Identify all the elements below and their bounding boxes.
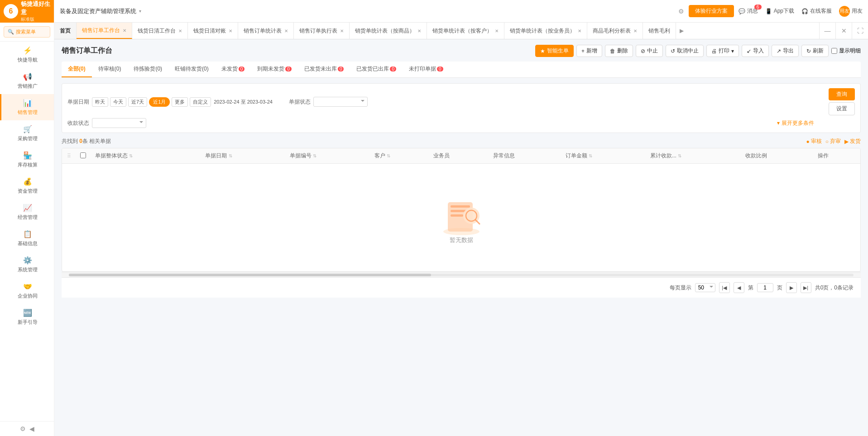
show-detail-checkbox-label[interactable]: 显示明细 bbox=[831, 47, 861, 55]
scroll-track bbox=[69, 274, 854, 276]
tab-close-cash-daily[interactable]: ✕ bbox=[178, 28, 182, 33]
tab-close-sales-workbench[interactable]: ✕ bbox=[123, 28, 126, 33]
smart-create-button[interactable]: ★ 智能生单 bbox=[535, 45, 574, 57]
filter-tab-overdue-not-shipped[interactable]: 到期未发货0 bbox=[251, 62, 298, 77]
print-button[interactable]: 🖨 打印 ▾ bbox=[706, 45, 739, 57]
expand-more-button[interactable]: ▾ 展开更多条件 bbox=[777, 119, 814, 127]
sidebar-logo: 6 畅捷通好生意 标准版 bbox=[0, 0, 54, 23]
sidebar-item-marketing[interactable]: 📢 营销推广 bbox=[0, 68, 54, 94]
filter-tab-shipped-not-in[interactable]: 已发货未出库0 bbox=[298, 62, 350, 77]
tab-close-gross-profit[interactable]: ✕ bbox=[633, 28, 637, 33]
tab-home[interactable]: 首页 bbox=[54, 23, 77, 39]
sidebar-item-sales[interactable]: 📊 销售管理 bbox=[0, 94, 54, 120]
export-button[interactable]: ↗ 导出 bbox=[772, 45, 799, 57]
app-download-button[interactable]: 📱 App下载 bbox=[765, 7, 794, 15]
tab-sales-more[interactable]: 销售毛利 bbox=[643, 23, 676, 39]
settings-bottom-button[interactable]: ⚙ bbox=[20, 425, 26, 432]
sort-number-icon[interactable]: ⇅ bbox=[313, 153, 317, 158]
new-button[interactable]: + 新增 bbox=[576, 45, 602, 57]
empty-text: 暂无数据 bbox=[450, 236, 473, 244]
tab-cash-daily[interactable]: 钱货日清工作台 ✕ bbox=[132, 23, 188, 39]
payment-row: 收款状态 ▾ 展开更多条件 bbox=[67, 118, 855, 128]
topbar-gear-button[interactable]: ⚙ bbox=[678, 8, 684, 15]
scroll-thumb[interactable] bbox=[69, 274, 431, 276]
tab-maximize-button[interactable]: ⛶ bbox=[852, 23, 868, 39]
cancel-stop-button[interactable]: ↺ 取消中止 bbox=[666, 45, 704, 57]
date-more-btn[interactable]: 更多 bbox=[172, 97, 188, 107]
tab-close-sales-by-customer[interactable]: ✕ bbox=[495, 28, 499, 33]
user-profile-button[interactable]: 用友 用友 bbox=[839, 6, 863, 17]
payment-select[interactable] bbox=[92, 118, 146, 128]
filter-tab-shipped-in[interactable]: 已发货已出库0 bbox=[350, 62, 403, 77]
tab-close-sales-exec[interactable]: ✕ bbox=[340, 28, 344, 33]
col-checkbox[interactable] bbox=[76, 148, 91, 164]
filter-tab-not-shipped[interactable]: 未发货0 bbox=[215, 62, 251, 77]
tab-cash-reconcile[interactable]: 钱货日清对账 ✕ bbox=[188, 23, 238, 39]
tab-close-all-button[interactable]: ✕ bbox=[835, 23, 852, 39]
tab-close-sales-stat[interactable]: ✕ bbox=[284, 28, 288, 33]
batch-ship-button[interactable]: ▶ 发货 bbox=[844, 137, 861, 145]
tab-minimize-button[interactable]: — bbox=[819, 23, 835, 39]
tab-close-cash-reconcile[interactable]: ✕ bbox=[229, 28, 232, 33]
sidebar-item-quicknav[interactable]: ⚡ 快捷导航 bbox=[0, 42, 54, 68]
date-7days-btn[interactable]: 近7天 bbox=[128, 97, 147, 107]
sort-status-icon[interactable]: ⇅ bbox=[129, 153, 133, 158]
sidebar-item-guide[interactable]: 🆕 新手引导 bbox=[0, 304, 54, 330]
delete-button[interactable]: 🗑 删除 bbox=[605, 45, 633, 57]
online-service-button[interactable]: 🎧 在线客服 bbox=[801, 7, 832, 15]
horizontal-scrollbar[interactable] bbox=[62, 272, 861, 277]
tab-sales-by-salesman[interactable]: 销货单统计表（按业务员） ✕ bbox=[504, 23, 587, 39]
tab-gross-profit[interactable]: 商品毛利分析表 ✕ bbox=[587, 23, 643, 39]
filter-tab-pending-review[interactable]: 待审核(0) bbox=[92, 62, 128, 77]
batch-review-button[interactable]: ● 审核 bbox=[806, 137, 822, 145]
table-batch-ops: ● 审核 ○ 弃审 ▶ 发货 bbox=[806, 137, 861, 145]
stop-button[interactable]: ⊘ 中止 bbox=[636, 45, 663, 57]
first-page-button[interactable]: |◀ bbox=[719, 282, 730, 293]
date-yesterday-btn[interactable]: 昨天 bbox=[92, 97, 108, 107]
date-custom-btn[interactable]: 自定义 bbox=[190, 97, 211, 107]
tab-sales-workbench[interactable]: 销售订单工作台 ✕ bbox=[77, 23, 132, 39]
sort-date-icon[interactable]: ⇅ bbox=[229, 153, 232, 158]
tab-close-sales-by-product[interactable]: ✕ bbox=[417, 28, 421, 33]
page-size-select[interactable]: 50 100 200 bbox=[695, 283, 715, 292]
date-today-btn[interactable]: 今天 bbox=[110, 97, 126, 107]
experience-plan-button[interactable]: 体验行业方案 bbox=[689, 5, 734, 17]
next-page-button[interactable]: ▶ bbox=[786, 282, 797, 293]
sidebar-item-system[interactable]: ⚙️ 系统管理 bbox=[0, 251, 54, 278]
sort-customer-icon[interactable]: ⇅ bbox=[387, 153, 390, 158]
filter-tab-all[interactable]: 全部(0) bbox=[62, 62, 92, 77]
sidebar-item-finance[interactable]: 💰 资金管理 bbox=[0, 173, 54, 199]
batch-cancel-review-button[interactable]: ○ 弃审 bbox=[825, 137, 841, 145]
message-button[interactable]: 💬 消息 6 bbox=[739, 7, 758, 15]
collapse-sidebar-button[interactable]: ◀ bbox=[29, 425, 34, 432]
query-button[interactable]: 查询 bbox=[829, 88, 855, 100]
sidebar-item-basic[interactable]: 📋 基础信息 bbox=[0, 225, 54, 251]
set-button[interactable]: 设置 bbox=[829, 102, 855, 115]
sidebar-item-purchase[interactable]: 🛒 采购管理 bbox=[0, 120, 54, 147]
sidebar-item-inventory[interactable]: 🏪 库存核算 bbox=[0, 147, 54, 173]
show-detail-checkbox[interactable] bbox=[831, 48, 837, 54]
page-number-input[interactable] bbox=[757, 283, 773, 292]
sort-amount-icon[interactable]: ⇅ bbox=[589, 153, 592, 158]
tab-nav-more[interactable]: ▶ bbox=[676, 23, 687, 39]
filter-tab-wangpu[interactable]: 旺铺待发货(0) bbox=[168, 62, 215, 77]
import-button[interactable]: ↙ 导入 bbox=[742, 45, 769, 57]
title-dropdown-icon[interactable]: ▾ bbox=[139, 9, 141, 14]
search-menu-button[interactable]: 🔍 搜索菜单 bbox=[4, 26, 50, 38]
tab-sales-stat[interactable]: 销售订单统计表 ✕ bbox=[238, 23, 294, 39]
tab-sales-by-customer[interactable]: 销货单统计表（按客户） ✕ bbox=[427, 23, 504, 39]
last-page-button[interactable]: ▶| bbox=[801, 282, 811, 293]
filter-tab-not-printed[interactable]: 未打印单据0 bbox=[403, 62, 450, 77]
sidebar-item-operation[interactable]: 📈 经营管理 bbox=[0, 199, 54, 225]
sidebar-item-enterprise[interactable]: 🤝 企业协同 bbox=[0, 278, 54, 304]
date-1month-btn[interactable]: 近1月 bbox=[149, 97, 170, 107]
select-all-checkbox[interactable] bbox=[80, 152, 86, 158]
prev-page-button[interactable]: ◀ bbox=[734, 282, 744, 293]
refresh-button[interactable]: ↻ 刷新 bbox=[801, 45, 829, 57]
tab-sales-exec[interactable]: 销售订单执行表 ✕ bbox=[294, 23, 350, 39]
sort-collected-icon[interactable]: ⇅ bbox=[678, 153, 681, 158]
tab-sales-by-product[interactable]: 销货单统计表（按商品） ✕ bbox=[350, 23, 427, 39]
filter-tab-pending-delivery[interactable]: 待拣验货(0) bbox=[127, 62, 168, 77]
status-select[interactable] bbox=[313, 97, 368, 107]
tab-close-sales-by-salesman[interactable]: ✕ bbox=[578, 28, 581, 33]
